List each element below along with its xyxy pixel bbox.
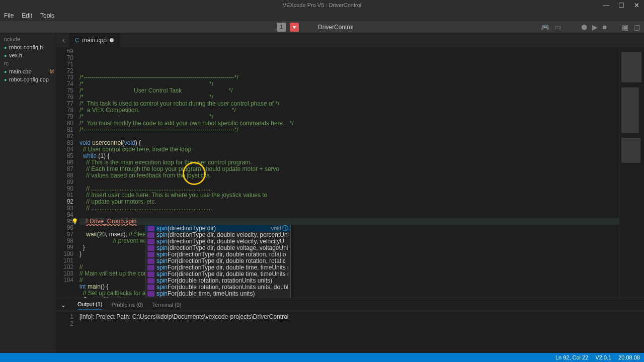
tab-problems[interactable]: Problems (0) <box>112 300 143 310</box>
sidebar-item-nclude[interactable]: nclude <box>0 35 56 43</box>
panel-content: [info]: Project Path: C:\Users\kdolp\Doc… <box>79 313 644 353</box>
autocomplete-item[interactable]: spinFor(directionType dir, double rotati… <box>145 258 290 264</box>
slot-icon[interactable]: 1 <box>277 23 286 32</box>
project-name[interactable]: DriverControl <box>318 24 354 31</box>
autocomplete-item[interactable]: spinFor(directionType dir, double time, … <box>145 271 290 278</box>
autocomplete-popup[interactable]: spin(directionType dir)voidⓘspin(directi… <box>145 225 291 298</box>
code-content[interactable]: /*--------------------------------------… <box>79 47 619 298</box>
line-gutter: 6970717273747576777879808182838485868788… <box>56 47 79 298</box>
build-icon[interactable]: ⬢ <box>581 23 587 31</box>
modified-badge: M <box>50 69 54 74</box>
menu-edit[interactable]: Edit <box>22 12 32 19</box>
autocomplete-item[interactable]: spinFor(double time, timeUnits units) <box>145 291 290 297</box>
method-icon <box>147 265 154 270</box>
dirty-indicator <box>110 38 114 42</box>
code-line-79[interactable] <box>79 133 619 140</box>
toolbar-right: 🎮 ▭ ⬢ ▶ ■ ▣ ▢ <box>541 23 640 31</box>
sidebar-item-vex-h[interactable]: ● vex.h <box>0 51 56 59</box>
method-icon <box>147 258 154 264</box>
autocomplete-item[interactable]: spinFor(double time, timeUnits units, do… <box>145 297 290 298</box>
status-date: 20.08.08 <box>618 354 640 360</box>
code-line-92[interactable]: LDrive_Group.spin💡spin(directionType dir… <box>79 218 619 225</box>
cpp-icon: C <box>75 37 79 43</box>
menu-file[interactable]: File <box>4 12 14 19</box>
method-icon <box>147 239 154 244</box>
back-icon[interactable]: ‹ <box>58 36 69 45</box>
code-line-90[interactable]: // .....................................… <box>79 205 619 212</box>
toolbar: 1 ▾ DriverControl 🎮 ▭ ⬢ ▶ ■ ▣ ▢ <box>0 21 644 33</box>
panel-gutter: 12 <box>56 313 79 353</box>
code-line-78[interactable]: /*--------------------------------------… <box>79 127 619 133</box>
output-line: [info]: Project Path: C:\Users\kdolp\Doc… <box>79 313 644 320</box>
window-controls: — ☐ ✕ <box>599 0 644 10</box>
stop-icon[interactable]: ■ <box>603 23 607 31</box>
editor-area: ‹ C main.cpp 697071727374757677787980818… <box>56 33 644 353</box>
autocomplete-item[interactable]: spinFor(directionType dir, double time, … <box>145 264 290 271</box>
autocomplete-item[interactable]: spin(directionType dir, double velocity,… <box>145 232 290 238</box>
method-icon <box>147 226 154 231</box>
method-icon <box>147 245 154 251</box>
autocomplete-item[interactable]: spin(directionType dir)voidⓘ <box>145 225 290 232</box>
error-icon[interactable]: ▾ <box>290 23 299 32</box>
help-icon[interactable]: ▣ <box>622 23 628 31</box>
settings-icon[interactable]: ▢ <box>633 23 640 31</box>
maximize-button[interactable]: ☐ <box>614 0 629 10</box>
controller-icon[interactable]: 🎮 <box>541 23 549 31</box>
workspace: nclude● robot-config.h● vex.hrc● main.cp… <box>0 33 644 353</box>
autocomplete-item[interactable]: spinFor(directionType dir, double rotati… <box>145 251 290 258</box>
editor-body[interactable]: 6970717273747576777879808182838485868788… <box>56 47 644 298</box>
code-line-88[interactable]: // Insert user code here. This is where … <box>79 192 619 199</box>
sidebar-item-main-cpp[interactable]: ● main.cppM <box>0 67 56 75</box>
tab-terminal[interactable]: Terminal (0) <box>152 300 182 310</box>
method-icon <box>147 278 154 284</box>
status-cursor[interactable]: Ln 92, Col 22 <box>555 354 588 360</box>
code-line-81[interactable]: // User control code here, inside the lo… <box>79 146 619 153</box>
toolbar-center: 1 ▾ DriverControl <box>277 23 354 32</box>
play-icon[interactable]: ▶ <box>592 23 598 31</box>
panel-body: 12 [info]: Project Path: C:\Users\kdolp\… <box>56 311 644 353</box>
code-line-91[interactable] <box>79 212 619 218</box>
code-line-85[interactable]: // values based on feedback from the joy… <box>79 172 619 179</box>
editor-tabbar: ‹ C main.cpp <box>56 33 644 47</box>
autocomplete-item[interactable]: spinFor(double rotation, rotationUnits u… <box>145 278 290 284</box>
method-icon <box>147 232 154 238</box>
statusbar: Ln 92, Col 22 V2.0.1 20.08.08 <box>0 353 644 362</box>
menu-tools[interactable]: Tools <box>40 12 54 19</box>
info-icon[interactable]: ⓘ <box>282 225 288 232</box>
editor-tab-main[interactable]: C main.cpp <box>69 33 120 47</box>
lightbulb-icon[interactable]: 💡 <box>71 218 78 225</box>
close-button[interactable]: ✕ <box>629 0 644 10</box>
tab-output[interactable]: Output (1) <box>77 299 103 310</box>
status-version: V2.0.1 <box>595 354 611 360</box>
panel-tabs: ⌄ Output (1) Problems (0) Terminal (0) <box>56 298 644 311</box>
sidebar-item-robot-config-cpp[interactable]: ● robot-config.cpp <box>0 75 56 83</box>
method-icon <box>147 291 154 297</box>
collapse-icon[interactable]: ⌄ <box>60 301 66 309</box>
bottom-panel: ⌄ Output (1) Problems (0) Terminal (0) 1… <box>56 298 644 353</box>
brain-icon[interactable]: ▭ <box>554 23 561 31</box>
minimap[interactable] <box>619 47 644 298</box>
method-icon <box>147 252 154 257</box>
sidebar-item-rc[interactable]: rc <box>0 59 56 67</box>
autocomplete-item[interactable]: spin(directionType dir, double velocity,… <box>145 238 290 245</box>
method-icon <box>147 272 154 277</box>
minimize-button[interactable]: — <box>599 0 614 10</box>
method-icon <box>147 285 154 290</box>
window-title: VEXcode Pro V5 : DriverControl <box>283 2 362 8</box>
file-explorer: nclude● robot-config.h● vex.hrc● main.cp… <box>0 33 56 353</box>
sidebar-item-robot-config-h[interactable]: ● robot-config.h <box>0 43 56 51</box>
autocomplete-item[interactable]: spin(directionType dir, double voltage, … <box>145 245 290 251</box>
tab-name: main.cpp <box>82 37 107 44</box>
menubar: File Edit Tools <box>0 10 644 21</box>
titlebar: VEXcode Pro V5 : DriverControl — ☐ ✕ <box>0 0 644 10</box>
autocomplete-item[interactable]: spinFor(double rotation, rotationUnits u… <box>145 284 290 291</box>
